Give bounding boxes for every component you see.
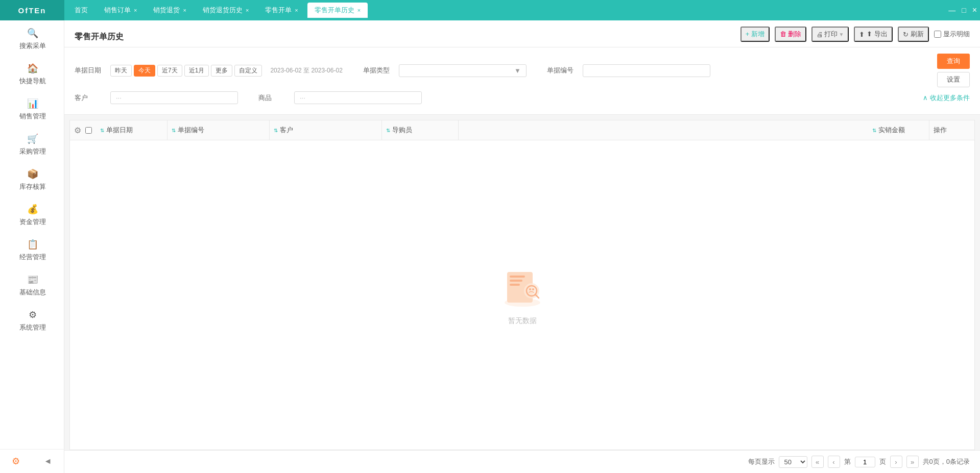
th-op: 操作 (929, 120, 970, 140)
sidebar-label-search: 搜索采单 (19, 41, 46, 51)
th-customer-sort-icon[interactable]: ⇅ (274, 128, 278, 133)
filter-row-1: 单据日期 昨天 今天 近7天 近1月 更多 自定义 2023-06-02 至 2… (75, 54, 970, 87)
collapse-arrow-icon: ∧ (923, 94, 928, 102)
per-page-label: 每页显示 (748, 457, 775, 466)
table-settings-icon[interactable]: ⚙ (74, 126, 81, 135)
tab-close-sales-order[interactable]: × (134, 7, 137, 13)
th-guide-sort-icon[interactable]: ⇅ (386, 128, 390, 133)
th-customer: ⇅ 客户 (270, 120, 382, 140)
date-btn-1month[interactable]: 近1月 (184, 65, 209, 77)
no-input[interactable] (583, 64, 710, 77)
th-op-label: 操作 (934, 126, 947, 135)
export-label: ⬆ 导出 (867, 30, 888, 39)
filter-area: 单据日期 昨天 今天 近7天 近1月 更多 自定义 2023-06-02 至 2… (64, 47, 980, 115)
th-amount-sort-icon[interactable]: ⇅ (872, 128, 876, 133)
tab-label-sales-order: 销售订单 (104, 6, 131, 15)
customer-select[interactable]: ··· (110, 91, 238, 104)
tab-label-sales-return: 销货退货 (153, 6, 180, 15)
date-btn-yesterday[interactable]: 昨天 (110, 65, 132, 77)
quicknav-icon: 🏠 (27, 63, 38, 74)
export-button[interactable]: ⬆ ⬆ 导出 (854, 27, 893, 42)
display-detail-label: 显示明细 (943, 30, 970, 39)
tab-sales-return-history[interactable]: 销货退货历史× (196, 3, 256, 18)
window-minimize-icon[interactable]: — (948, 6, 955, 14)
sidebar-item-quicknav[interactable]: 🏠快捷导航 (0, 56, 64, 91)
tab-label-retail-open: 零售开单 (265, 6, 292, 15)
date-range-text: 2023-06-02 至 2023-06-02 (270, 66, 342, 75)
sidebar-label-operations: 经营管理 (19, 253, 46, 262)
tab-close-sales-return[interactable]: × (183, 7, 186, 13)
tab-close-retail-open-history[interactable]: × (357, 7, 361, 13)
sidebar-item-search[interactable]: 🔍搜索采单 (0, 20, 64, 56)
tab-sales-order[interactable]: 销售订单× (97, 3, 144, 18)
prev-page-button[interactable]: ‹ (828, 456, 840, 468)
sidebar-item-purchase[interactable]: 🛒采购管理 (0, 126, 64, 161)
th-no-sort-icon[interactable]: ⇅ (172, 128, 176, 133)
finance-icon: 💰 (27, 204, 38, 215)
customer-dots: ··· (116, 94, 122, 102)
type-select[interactable]: ▼ (399, 64, 527, 77)
refresh-button[interactable]: ↻ 刷新 (898, 27, 929, 42)
date-btn-more[interactable]: 更多 (211, 65, 232, 77)
sidebar-item-finance[interactable]: 💰资金管理 (0, 196, 64, 232)
sidebar-label-quicknav: 快捷导航 (19, 77, 46, 86)
th-amount-label: 实销金额 (878, 126, 905, 135)
add-button[interactable]: + 新增 (740, 27, 770, 42)
page-number-input[interactable] (855, 457, 875, 467)
per-page-select[interactable]: 50 100 200 (779, 456, 807, 468)
th-guide-label: 导购员 (392, 126, 412, 135)
filter-row-2: 客户 ··· 商品 ··· ∧ 收起更多条件 (75, 91, 970, 104)
print-label: 打印 (824, 30, 838, 39)
page-header: 零售开单历史 + 新增 🗑 删除 🖨 打印 ▼ ⬆ ⬆ 导出 ↻ (64, 20, 980, 47)
collapse-btn[interactable]: ∧ 收起更多条件 (923, 93, 970, 103)
table-header-row: ⚙ ⇅ 单据日期 ⇅ 单据编号 ⇅ 客户 ⇅ (70, 120, 974, 140)
query-settings-group: 查询 设置 (937, 54, 970, 87)
last-page-button[interactable]: » (906, 456, 919, 468)
date-btn-custom[interactable]: 自定义 (234, 65, 262, 77)
sidebar-item-operations[interactable]: 📋经营管理 (0, 232, 64, 267)
sidebar-item-inventory[interactable]: 📦库存核算 (0, 161, 64, 196)
display-detail-toggle[interactable]: 显示明细 (934, 30, 970, 39)
first-page-button[interactable]: « (811, 456, 824, 468)
sidebar-item-basic[interactable]: 📰基础信息 (0, 267, 64, 302)
goods-select[interactable]: ··· (294, 91, 422, 104)
next-page-button[interactable]: › (890, 456, 902, 468)
tab-close-sales-return-history[interactable]: × (246, 7, 249, 13)
settings-icon[interactable]: ⚙ (12, 456, 20, 467)
delete-button[interactable]: 🗑 删除 (775, 27, 807, 42)
brand-logo: OfTEn (0, 0, 64, 20)
date-btn-today[interactable]: 今天 (134, 65, 155, 77)
empty-icon (497, 264, 548, 310)
svg-rect-3 (510, 280, 522, 282)
sidebar-bottom: ⚙ ◄ (0, 449, 64, 473)
page-label-before: 第 (844, 457, 851, 466)
th-date-label: 单据日期 (106, 126, 133, 135)
window-close-icon[interactable]: × (972, 6, 977, 15)
date-buttons: 昨天 今天 近7天 近1月 更多 自定义 (110, 65, 262, 77)
sidebar-label-system: 系统管理 (19, 323, 46, 332)
svg-rect-2 (510, 276, 525, 278)
th-date-sort-icon[interactable]: ⇅ (100, 128, 104, 133)
tab-retail-open[interactable]: 零售开单× (258, 3, 305, 18)
date-btn-7days[interactable]: 近7天 (157, 65, 182, 77)
table-area: ⚙ ⇅ 单据日期 ⇅ 单据编号 ⇅ 客户 ⇅ (69, 120, 975, 450)
tab-close-retail-open[interactable]: × (295, 7, 298, 13)
window-maximize-icon[interactable]: □ (962, 6, 966, 14)
sidebar-item-sales[interactable]: 📊销售管理 (0, 91, 64, 126)
tab-label-sales-return-history: 销货退货历史 (203, 6, 243, 15)
tab-home[interactable]: 首页 (67, 3, 95, 18)
sidebar-collapse-icon[interactable]: ◄ (44, 457, 52, 466)
collapse-label: 收起更多条件 (930, 93, 970, 103)
settings-button[interactable]: 设置 (937, 72, 970, 87)
tab-retail-open-history[interactable]: 零售开单历史× (307, 3, 368, 18)
sidebar-item-system[interactable]: ⚙系统管理 (0, 302, 64, 337)
display-detail-checkbox[interactable] (934, 31, 941, 38)
no-label: 单据编号 (547, 66, 578, 75)
print-button[interactable]: 🖨 打印 ▼ (811, 27, 849, 42)
th-customer-label: 客户 (280, 126, 293, 135)
select-all-checkbox[interactable] (85, 127, 92, 134)
tab-sales-return[interactable]: 销货退货× (146, 3, 193, 18)
query-button[interactable]: 查询 (937, 54, 970, 69)
toolbar: + 新增 🗑 删除 🖨 打印 ▼ ⬆ ⬆ 导出 ↻ 刷新 (740, 27, 970, 47)
page-label-after: 页 (879, 457, 886, 466)
